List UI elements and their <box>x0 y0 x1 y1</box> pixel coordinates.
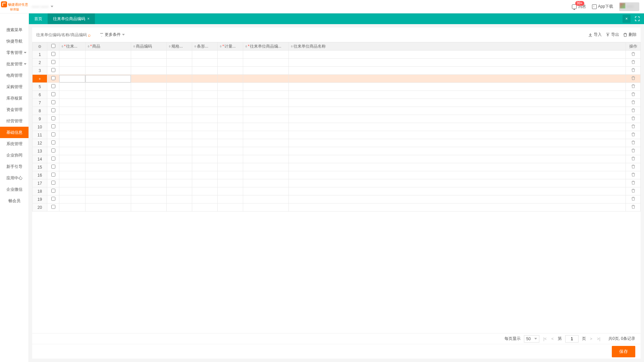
cell-product[interactable] <box>86 83 131 91</box>
cell-unit[interactable] <box>218 187 243 195</box>
table-row[interactable]: 1 <box>33 51 641 59</box>
search-icon[interactable]: ⌕ <box>88 32 91 38</box>
cell-barcode[interactable] <box>192 67 218 75</box>
cell-input-vendor[interactable] <box>59 75 85 82</box>
cell-product_code[interactable] <box>131 203 167 212</box>
cell-barcode[interactable] <box>192 83 218 91</box>
cell-product[interactable] <box>86 107 131 115</box>
table-row[interactable]: 11 <box>33 131 641 139</box>
table-row[interactable]: 17 <box>33 179 641 187</box>
cell-product_code[interactable] <box>131 67 167 75</box>
cell-vendor_code[interactable] <box>243 187 289 195</box>
row-checkbox[interactable] <box>51 124 55 128</box>
cell-vendor[interactable] <box>59 203 86 212</box>
cell-unit[interactable] <box>218 147 243 155</box>
cell-spec[interactable] <box>167 83 192 91</box>
row-checkbox[interactable] <box>51 148 55 153</box>
row-checkbox[interactable] <box>51 165 55 169</box>
cell-vendor_code[interactable] <box>243 51 289 59</box>
sidebar-item-14[interactable]: 企业微信 <box>0 184 29 195</box>
cell-unit[interactable] <box>218 155 243 163</box>
trash-icon[interactable] <box>631 181 635 186</box>
sidebar-item-7[interactable]: 资金管理 <box>0 104 29 115</box>
cell-vendor[interactable] <box>59 51 86 59</box>
sidebar-item-13[interactable]: 应用中心 <box>0 172 29 184</box>
table-row[interactable]: 7 <box>33 99 641 107</box>
table-row[interactable]: 5 <box>33 83 641 91</box>
cell-spec[interactable] <box>167 99 192 107</box>
table-row[interactable]: 6 <box>33 91 641 99</box>
page-prev-button[interactable]: < <box>551 337 554 341</box>
cell-barcode[interactable] <box>192 179 218 187</box>
cell-unit[interactable] <box>218 107 243 115</box>
row-checkbox[interactable] <box>51 205 55 209</box>
cell-product_code[interactable] <box>131 195 167 203</box>
cell-vendor[interactable] <box>59 75 86 83</box>
app-download-button[interactable]: App下载 <box>592 4 613 9</box>
row-checkbox[interactable] <box>51 100 55 104</box>
cell-product[interactable] <box>86 179 131 187</box>
row-checkbox[interactable] <box>51 173 55 177</box>
col-settings[interactable]: ⚙ <box>33 43 47 51</box>
cell-product_code[interactable] <box>131 91 167 99</box>
cell-vendor[interactable] <box>59 59 86 67</box>
trash-icon[interactable] <box>631 84 635 89</box>
cell-vendor[interactable] <box>59 67 86 75</box>
cell-vendor_name[interactable] <box>289 171 626 179</box>
cell-vendor_code[interactable] <box>243 59 289 67</box>
cell-vendor_name[interactable] <box>289 139 626 147</box>
cell-product[interactable] <box>86 147 131 155</box>
sidebar-item-11[interactable]: 企业协同 <box>0 149 29 161</box>
cell-unit[interactable] <box>218 83 243 91</box>
cell-spec[interactable] <box>167 131 192 139</box>
cell-barcode[interactable] <box>192 75 218 83</box>
col-unit[interactable]: *计量... <box>218 43 243 51</box>
cell-vendor[interactable] <box>59 163 86 171</box>
cell-vendor[interactable] <box>59 147 86 155</box>
cell-spec[interactable] <box>167 171 192 179</box>
cell-product[interactable] <box>86 99 131 107</box>
page-last-button[interactable]: >| <box>596 337 601 341</box>
sidebar-item-5[interactable]: 采购管理 <box>0 81 29 93</box>
row-checkbox[interactable] <box>51 108 55 112</box>
row-checkbox[interactable] <box>51 68 55 72</box>
trash-icon[interactable] <box>631 189 635 194</box>
messages-button[interactable]: 消息 99+ <box>572 4 586 9</box>
cell-vendor_code[interactable] <box>243 155 289 163</box>
cell-spec[interactable] <box>167 139 192 147</box>
cell-unit[interactable] <box>218 139 243 147</box>
cell-unit[interactable] <box>218 131 243 139</box>
trash-icon[interactable] <box>631 165 635 170</box>
cell-unit[interactable] <box>218 123 243 131</box>
cell-barcode[interactable] <box>192 59 218 67</box>
sidebar-item-4[interactable]: 电商管理 <box>0 70 29 81</box>
tab-active[interactable]: 往来单位商品编码 × <box>48 13 95 24</box>
table-row[interactable]: 9 <box>33 115 641 123</box>
cell-vendor_code[interactable] <box>243 75 289 83</box>
table-row[interactable]: 15 <box>33 163 641 171</box>
cell-unit[interactable] <box>218 91 243 99</box>
table-row[interactable]: 10 <box>33 123 641 131</box>
close-all-tabs-button[interactable]: × <box>623 15 631 23</box>
cell-spec[interactable] <box>167 163 192 171</box>
cell-barcode[interactable] <box>192 131 218 139</box>
cell-vendor_name[interactable] <box>289 107 626 115</box>
cell-barcode[interactable] <box>192 99 218 107</box>
col-spec[interactable]: 规格... <box>167 43 192 51</box>
cell-vendor_code[interactable] <box>243 147 289 155</box>
table-row[interactable]: 8 <box>33 107 641 115</box>
page-input[interactable] <box>565 335 579 343</box>
user-avatar[interactable]: —— <box>619 2 639 11</box>
cell-barcode[interactable] <box>192 203 218 212</box>
cell-vendor[interactable] <box>59 99 86 107</box>
col-vendor-name[interactable]: 往来单位商品名称 <box>289 43 626 51</box>
sidebar-item-15[interactable]: 畅会员 <box>0 195 29 206</box>
cell-vendor_name[interactable] <box>289 83 626 91</box>
trash-icon[interactable] <box>631 125 635 129</box>
cell-vendor_name[interactable] <box>289 59 626 67</box>
cell-barcode[interactable] <box>192 195 218 203</box>
cell-product_code[interactable] <box>131 83 167 91</box>
cell-unit[interactable] <box>218 195 243 203</box>
export-button[interactable]: 导出 <box>606 32 619 38</box>
cell-product[interactable] <box>86 187 131 195</box>
